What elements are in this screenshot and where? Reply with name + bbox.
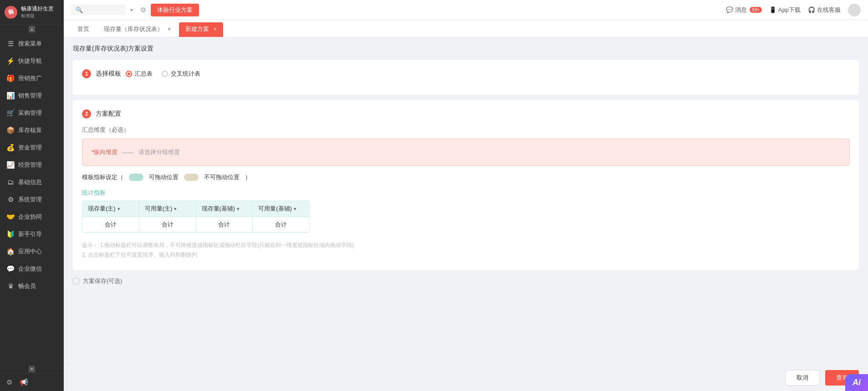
message-icon: 💬	[726, 6, 733, 13]
search-input[interactable]	[85, 7, 121, 13]
stats-header-cell[interactable]: 现存量(主)▾	[82, 201, 139, 216]
stats-data-row: 合计合计合计合计	[82, 216, 309, 232]
topbar-gear-icon[interactable]: ⚙	[140, 6, 146, 14]
main-area: 🔍 ▾ ⚙ 体验行业方案 💬 消息 99+ 📱 App下载 🎧 在线客服 首页现…	[64, 0, 868, 391]
radio-item-交叉统计表[interactable]: 交叉统计表	[162, 70, 200, 78]
sidebar-item-销售管理[interactable]: 📊销售管理	[0, 87, 64, 104]
stats-header-cell[interactable]: 现存量(基辅)▾	[196, 201, 253, 216]
aggregate-dimension-label: 汇总维度（必选）	[82, 126, 850, 134]
stats-data-cell: 合计	[139, 217, 196, 232]
messages-badge: 99+	[750, 7, 762, 13]
dimension-area[interactable]: *纵向维度 —— 请选择分组维度	[82, 139, 850, 166]
sidebar-item-icon: 🔰	[6, 230, 15, 238]
sidebar-logo: 畅 畅康通好生意 标准版	[0, 0, 64, 25]
messages-item[interactable]: 💬 消息 99+	[726, 6, 762, 14]
save-checkbox[interactable]	[73, 278, 79, 284]
sidebar-item-label: 经营管理	[18, 161, 42, 169]
stats-header-row: 现存量(主)▾可用量(主)▾现存量(基辅)▾可用量(基辅)▾	[82, 201, 309, 216]
sidebar-scroll-up[interactable]: ▲	[29, 26, 35, 32]
sidebar-footer: ⚙ 📢	[0, 373, 64, 391]
trial-btn[interactable]: 体验行业方案	[151, 4, 199, 16]
tab-现存量（库存状况表）[interactable]: 现存量（库存状况表）×	[97, 22, 177, 37]
speaker-icon[interactable]: 📢	[20, 378, 28, 386]
save-label: 方案保存(可选)	[83, 277, 123, 285]
cancel-button[interactable]: 取消	[785, 370, 820, 386]
messages-label: 消息	[735, 6, 747, 14]
app-download-item[interactable]: 📱 App下载	[769, 6, 801, 14]
step2-section: 2 方案配置 汇总维度（必选） *纵向维度 —— 请选择分组维度 模板指标设定（…	[73, 100, 859, 270]
sidebar-item-应用中心[interactable]: 🏠应用中心	[0, 243, 64, 260]
chevron-down-icon[interactable]: ▾	[117, 206, 120, 212]
sidebar-item-经营管理[interactable]: 📈经营管理	[0, 156, 64, 174]
sidebar-scroll-down[interactable]: ▼	[29, 366, 35, 372]
tab-close-icon[interactable]: ×	[214, 26, 217, 32]
online-service-label: 在线客服	[817, 6, 841, 14]
template-radio-group: 汇总表交叉统计表	[126, 70, 200, 78]
stats-data-cell: 合计	[196, 217, 253, 232]
logo-icon: 畅	[5, 6, 17, 19]
stats-table: 现存量(主)▾可用量(主)▾现存量(基辅)▾可用量(基辅)▾ 合计合计合计合计	[82, 201, 310, 233]
sidebar-nav: ☰搜索菜单⚡快捷导航🎁营销推广📊销售管理🛒采购管理📦库存核算💰资金管理📈经营管理…	[0, 33, 64, 365]
online-service-item[interactable]: 🎧 在线客服	[808, 6, 841, 14]
app-name: 畅康通好生意	[21, 5, 54, 13]
sidebar-item-icon: 💰	[6, 144, 15, 152]
topbar: 🔍 ▾ ⚙ 体验行业方案 💬 消息 99+ 📱 App下载 🎧 在线客服	[64, 0, 868, 20]
sidebar-item-营销推广[interactable]: 🎁营销推广	[0, 70, 64, 87]
sidebar-item-label: 采购管理	[18, 109, 42, 117]
chevron-down-icon[interactable]: ▾	[294, 206, 296, 212]
sidebar-item-label: 基础信息	[18, 178, 42, 186]
header-label: 可用量(基辅)	[258, 205, 292, 213]
tips-section: 提示： 1.拖动标题栏可以调整布局，不可跨维度或指标区域拖动栏目字段(只能在同一…	[82, 242, 850, 259]
tab-首页[interactable]: 首页	[71, 22, 96, 37]
tab-close-icon[interactable]: ×	[168, 26, 171, 32]
radio-label: 交叉统计表	[171, 70, 200, 78]
step2-header: 2 方案配置	[82, 109, 850, 118]
sidebar-item-畅会员[interactable]: ♛畅会员	[0, 278, 64, 295]
sidebar-item-icon: 💬	[6, 265, 15, 273]
sidebar-item-库存核算[interactable]: 📦库存核算	[0, 122, 64, 139]
indicator-suffix: ）	[245, 173, 251, 181]
save-row: 方案保存(可选)	[73, 277, 859, 285]
sidebar-item-采购管理[interactable]: 🛒采购管理	[0, 104, 64, 122]
chevron-down-icon[interactable]: ▾	[174, 206, 177, 212]
sidebar-item-icon: ☰	[6, 40, 15, 48]
headset-icon: 🎧	[808, 6, 815, 13]
header-label: 现存量(主)	[88, 205, 116, 213]
tip-row-0: 提示： 1.拖动标题栏可以调整布局，不可跨维度或指标区域拖动栏目字段(只能在同一…	[82, 242, 850, 249]
topbar-dropdown-icon[interactable]: ▾	[130, 7, 133, 13]
sidebar-item-资金管理[interactable]: 💰资金管理	[0, 139, 64, 156]
stats-header-cell[interactable]: 可用量(主)▾	[139, 201, 196, 216]
radio-dot	[162, 71, 168, 77]
step1-section: 1 选择模板 汇总表交叉统计表	[73, 60, 859, 95]
sidebar-item-label: 销售管理	[18, 92, 42, 100]
sidebar-item-icon: 🎁	[6, 74, 15, 82]
sidebar-item-快捷导航[interactable]: ⚡快捷导航	[0, 52, 64, 70]
ai-badge[interactable]: Ai	[845, 374, 868, 391]
page-title: 现存量(库存状况表)方案设置	[73, 45, 859, 53]
sidebar-item-icon: 📦	[6, 126, 15, 134]
settings-icon[interactable]: ⚙	[6, 378, 12, 386]
sidebar-item-新手引导[interactable]: 🔰新手引导	[0, 226, 64, 243]
app-download-label: App下载	[778, 6, 801, 14]
chevron-down-icon[interactable]: ▾	[237, 206, 240, 212]
non-draggable-pill	[184, 174, 199, 181]
sidebar-item-基础信息[interactable]: 🗂基础信息	[0, 174, 64, 191]
sidebar-item-系统管理[interactable]: ⚙系统管理	[0, 191, 64, 208]
app-edition: 标准版	[21, 13, 54, 19]
sidebar-item-label: 应用中心	[18, 247, 42, 256]
sidebar-item-icon: ⚡	[6, 57, 15, 65]
step2-badge: 2	[82, 109, 91, 118]
sidebar-item-icon: 🏠	[6, 247, 15, 256]
sidebar-item-搜索菜单[interactable]: ☰搜索菜单	[0, 35, 64, 52]
topbar-search-box[interactable]: 🔍	[71, 5, 126, 15]
draggable-pill	[129, 174, 143, 181]
sidebar-item-企业协同[interactable]: 🤝企业协同	[0, 208, 64, 226]
stats-header-cell[interactable]: 可用量(基辅)▾	[253, 201, 309, 216]
radio-item-汇总表[interactable]: 汇总表	[126, 70, 153, 78]
sidebar-item-icon: 🤝	[6, 213, 15, 221]
tab-新建方案[interactable]: 新建方案×	[179, 22, 223, 37]
sidebar-item-label: 搜索菜单	[18, 40, 42, 48]
sidebar-item-企业微信[interactable]: 💬企业微信	[0, 260, 64, 278]
sidebar-item-icon: 📊	[6, 92, 15, 100]
user-avatar[interactable]	[848, 4, 861, 16]
